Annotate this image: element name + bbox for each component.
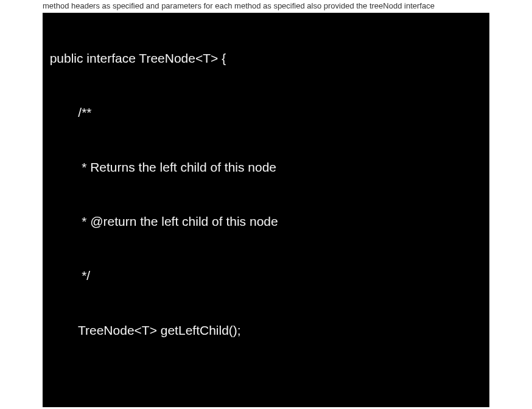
code-line: * @return the left child of this node [43, 212, 489, 231]
code-line: public interface TreeNode<T> { [43, 49, 489, 68]
code-line: TreeNode<T> getLeftChild(); [43, 321, 489, 340]
caption-text: method headers as specified and paramete… [0, 0, 532, 13]
code-block: public interface TreeNode<T> { /** * Ret… [43, 13, 489, 407]
page-container: method headers as specified and paramete… [0, 0, 532, 409]
code-line: * Returns the left child of this node [43, 158, 489, 177]
code-line: */ [43, 267, 489, 285]
code-line: /** [43, 103, 489, 122]
